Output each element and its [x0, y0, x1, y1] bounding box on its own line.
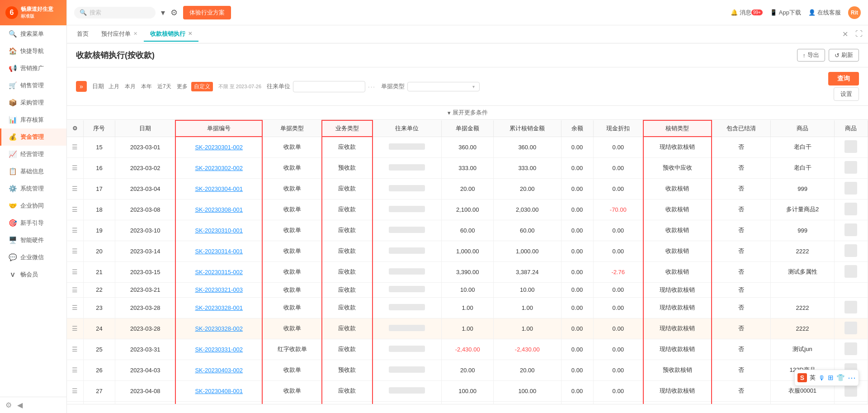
row-settings-icon[interactable]: ☰: [72, 346, 78, 353]
collapse-icon[interactable]: ◀: [17, 401, 23, 409]
data-table: ⚙ 序号 日期 单据编号 单据类型 业务类型 往来单位 单据金额 累计核销金额 …: [67, 120, 868, 404]
row-settings-icon[interactable]: ☰: [72, 304, 78, 311]
sidebar-item-member[interactable]: V 畅会员: [0, 266, 66, 283]
cell-bill-no[interactable]: SK-20230331-002: [175, 339, 263, 360]
sidebar-item-purchase[interactable]: 📦 采购管理: [0, 94, 66, 111]
cell-settings[interactable]: ☰: [67, 339, 83, 360]
avatar[interactable]: Rit: [848, 6, 861, 19]
cell-settings[interactable]: ☰: [67, 137, 83, 157]
cell-bill-no[interactable]: SK-20230304-001: [175, 178, 263, 199]
row-settings-icon[interactable]: ☰: [72, 366, 78, 374]
sidebar-item-inventory[interactable]: 📊 库存核算: [0, 111, 66, 128]
cell-bill-no[interactable]: SK-20230403-002: [175, 360, 263, 380]
cell-settings[interactable]: ☰: [67, 261, 83, 282]
tab-prepay[interactable]: 预付应付单 ✕: [95, 27, 144, 42]
cell-settings[interactable]: ☰: [67, 157, 83, 178]
sidebar-item-label: 新手引导: [20, 219, 44, 227]
row-settings-icon[interactable]: ☰: [72, 325, 78, 332]
table-scrollbar[interactable]: [67, 404, 868, 413]
cell-settings[interactable]: ☰: [67, 380, 83, 401]
sidebar-item-finance[interactable]: 💰 资金管理: [0, 128, 66, 146]
float-grid-icon[interactable]: ⊞: [828, 374, 834, 382]
row-settings-icon[interactable]: ☰: [72, 143, 78, 151]
float-brand-icon[interactable]: S: [797, 373, 807, 382]
float-shirt-icon[interactable]: 👕: [836, 374, 845, 382]
sidebar-item-ops[interactable]: 📈 经营管理: [0, 146, 66, 163]
industry-btn[interactable]: 体验行业方案: [183, 6, 231, 19]
refresh-button[interactable]: ↺ 刷新: [829, 49, 859, 62]
sidebar-item-system[interactable]: ⚙️ 系统管理: [0, 180, 66, 197]
expand-more-button[interactable]: ▾ 展开更多条件: [448, 109, 488, 117]
cell-bill-no[interactable]: SK-20230310-001: [175, 220, 263, 241]
filter-counterpart-input[interactable]: [293, 81, 365, 92]
cell-bill-no[interactable]: SK-20230328-001: [175, 297, 263, 318]
setting-button[interactable]: 设置: [834, 87, 859, 101]
cell-product2: [834, 339, 868, 360]
export-button[interactable]: ↑ 导出: [797, 49, 826, 62]
tab-close-all-icon[interactable]: ✕: [840, 28, 850, 40]
sidebar-item-collab[interactable]: 🤝 企业协同: [0, 197, 66, 214]
filter-date-7days[interactable]: 近7天: [156, 82, 173, 91]
th-biz-type: 业务类型: [322, 120, 373, 137]
th-settings[interactable]: ⚙: [67, 120, 83, 137]
cell-bill-no[interactable]: SK-20230328-002: [175, 318, 263, 339]
sidebar-item-search[interactable]: 🔍 搜索菜单: [0, 25, 66, 43]
sidebar-item-wechat[interactable]: 💬 企业微信: [0, 249, 66, 266]
float-mic-icon[interactable]: 🎙: [818, 374, 825, 382]
sidebar-item-sales[interactable]: 🛒 销售管理: [0, 77, 66, 94]
gear-icon[interactable]: ⚙: [170, 8, 178, 18]
query-button[interactable]: 查询: [828, 72, 859, 85]
tab-collection[interactable]: 收款核销执行 ✕: [144, 27, 198, 42]
cell-settings[interactable]: ☰: [67, 282, 83, 297]
cell-bill-no[interactable]: SK-20230321-003: [175, 282, 263, 297]
row-settings-icon[interactable]: ☰: [72, 268, 78, 275]
online-service-item[interactable]: 👤 在线客服: [808, 9, 841, 17]
cell-settings[interactable]: ☰: [67, 360, 83, 380]
float-english-icon[interactable]: 英: [810, 374, 816, 382]
cell-settings[interactable]: ☰: [67, 199, 83, 220]
cell-settings[interactable]: ☰: [67, 178, 83, 199]
filter-date-more[interactable]: 更多: [175, 82, 189, 91]
cell-bill-no[interactable]: SK-20230408-001: [175, 380, 263, 401]
sidebar-item-hardware[interactable]: 🖥️ 智能硬件: [0, 232, 66, 249]
cell-settings[interactable]: ☰: [67, 297, 83, 318]
sidebar-item-quicknav[interactable]: 🏠 快捷导航: [0, 43, 66, 60]
row-settings-icon[interactable]: ☰: [72, 387, 78, 394]
cell-bill-no[interactable]: SK-20230308-001: [175, 199, 263, 220]
sidebar-item-basic[interactable]: 📋 基础信息: [0, 163, 66, 180]
tab-collection-close[interactable]: ✕: [188, 31, 192, 37]
dropdown-icon[interactable]: ▾: [161, 8, 165, 18]
cell-settings[interactable]: ☰: [67, 220, 83, 241]
cell-settings[interactable]: ☰: [67, 318, 83, 339]
app-download-item[interactable]: 📱 App下载: [770, 9, 801, 17]
row-settings-icon[interactable]: ☰: [72, 227, 78, 234]
topbar-search[interactable]: 🔍 搜索: [74, 7, 156, 19]
filter-expand-button[interactable]: »: [76, 81, 87, 92]
column-settings-icon[interactable]: ⚙: [72, 125, 78, 132]
tab-home[interactable]: 首页: [71, 27, 95, 42]
notification-item[interactable]: 🔔 消息 99+: [731, 9, 763, 17]
sidebar-item-guide[interactable]: 🎯 新手引导: [0, 214, 66, 232]
filter-date-thismonth[interactable]: 本月: [123, 82, 137, 91]
row-settings-icon[interactable]: ☰: [72, 185, 78, 192]
settings-bottom-icon[interactable]: ⚙: [5, 401, 12, 409]
sidebar-item-marketing[interactable]: 📢 营销推广: [0, 60, 66, 77]
cell-bill-no[interactable]: SK-20230314-001: [175, 241, 263, 261]
cell-settings[interactable]: ☰: [67, 241, 83, 261]
cell-counterpart: [373, 261, 442, 282]
cell-bill-no[interactable]: SK-20230301-002: [175, 137, 263, 157]
filter-date-thisyear[interactable]: 本年: [139, 82, 154, 91]
cell-bill-no[interactable]: SK-20230302-002: [175, 157, 263, 178]
tab-prepay-close[interactable]: ✕: [133, 31, 137, 37]
filter-date-lastmonth[interactable]: 上月: [107, 82, 121, 91]
search-placeholder: 搜索: [90, 9, 101, 17]
cell-bill-no[interactable]: SK-20230315-002: [175, 261, 263, 282]
row-settings-icon[interactable]: ☰: [72, 286, 78, 294]
row-settings-icon[interactable]: ☰: [72, 247, 78, 255]
tab-expand-icon[interactable]: ⛶: [854, 28, 864, 40]
filter-billtype-select[interactable]: ▾: [407, 82, 480, 91]
float-more-icon[interactable]: ⋯: [848, 373, 856, 383]
row-settings-icon[interactable]: ☰: [72, 206, 78, 213]
filter-custom-button[interactable]: 自定义: [191, 82, 213, 91]
row-settings-icon[interactable]: ☰: [72, 164, 78, 171]
